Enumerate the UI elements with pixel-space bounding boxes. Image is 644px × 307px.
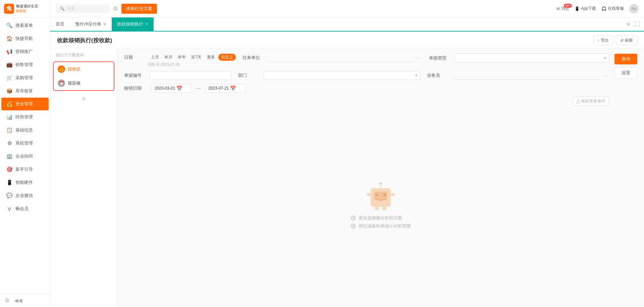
doctype-arrow: ▾ bbox=[604, 56, 606, 60]
sidebar-item-marketing[interactable]: 📢营销推广 bbox=[1, 45, 49, 58]
user-avatar[interactable]: Rit bbox=[629, 4, 639, 13]
query-option-receipt[interactable]: 💰 按收款 bbox=[54, 62, 114, 76]
hint-num-1: 1 bbox=[351, 215, 356, 221]
sidebar-icon-sales: 💼 bbox=[6, 61, 13, 68]
collapse-sidebar-icon[interactable]: ◀◀ bbox=[14, 297, 22, 304]
sidebar-item-sales[interactable]: 💼销售管理 bbox=[1, 58, 49, 71]
sidebar-label-weixin: 企业微信 bbox=[15, 193, 33, 199]
sidebar-item-quick-nav[interactable]: 🏠快捷导航 bbox=[1, 32, 49, 45]
shortcut-last-month[interactable]: 上月 bbox=[149, 54, 161, 61]
verify-date-start-input[interactable]: 2023-03-01 📅 bbox=[152, 84, 192, 93]
docno-input[interactable] bbox=[150, 71, 231, 80]
tab-receipt[interactable]: 收款核销执行 ✕ bbox=[112, 17, 154, 32]
tab-fullscreen-btn[interactable]: ⛶ bbox=[633, 20, 641, 29]
shortcut-more[interactable]: 更多 bbox=[205, 54, 217, 61]
empty-illustration bbox=[364, 182, 397, 212]
shortcut-custom[interactable]: 自定义 bbox=[218, 54, 236, 61]
doctype-select[interactable]: ▾ bbox=[454, 54, 609, 62]
filter-dept-cell: 部门 ▾ bbox=[238, 71, 420, 80]
sidebar-label-enterprise: 企业协同 bbox=[15, 153, 33, 159]
sidebar-item-member[interactable]: V畅会员 bbox=[1, 202, 49, 215]
sidebar-label-search-menu: 搜索菜单 bbox=[15, 22, 33, 29]
sidebar-icon-search-menu: 🔍 bbox=[6, 22, 13, 29]
search-placeholder: 搜索... bbox=[67, 6, 78, 11]
main-area: 🔍 搜索... ⚙ 体验行业方案 ✉ 消息 99+ 📱 App下载 🎧 在线客服… bbox=[50, 0, 644, 307]
sidebar-label-marketing: 营销推广 bbox=[15, 49, 33, 55]
sidebar-item-basic-info[interactable]: 📋基础信息 bbox=[1, 124, 49, 137]
verify-date-start-cal-icon: 📅 bbox=[176, 86, 182, 91]
filter-action-btns: 查询 设置 bbox=[614, 54, 637, 109]
sidebar-item-enterprise[interactable]: 🏢企业协同 bbox=[1, 150, 49, 163]
sidebar-item-operations[interactable]: 📊经营管理 bbox=[1, 111, 49, 123]
sidebar-item-weixin[interactable]: 💬企业微信 bbox=[1, 189, 49, 202]
filter-row-2: 单据编号 部门 ▾ 业务员 bbox=[124, 71, 609, 80]
settings-icon[interactable]: ⚙ bbox=[5, 297, 9, 304]
sidebar-icon-purchase: 🛒 bbox=[6, 74, 13, 81]
sidebar-item-funds[interactable]: 💰资金管理 bbox=[1, 98, 49, 110]
salesperson-input[interactable] bbox=[452, 71, 600, 80]
sidebar-item-hardware[interactable]: 📱智能硬件 bbox=[1, 176, 49, 189]
settings-button[interactable]: 设置 bbox=[614, 67, 637, 79]
service-icon: 🎧 bbox=[601, 6, 606, 11]
verify-date-end-cal-icon: 📅 bbox=[230, 86, 236, 91]
tab-close-all-btn[interactable]: ✕ bbox=[625, 20, 632, 29]
shortcut-7days[interactable]: 近7天 bbox=[189, 54, 204, 61]
export-button[interactable]: ↑ 导出 bbox=[593, 36, 613, 45]
svg-rect-5 bbox=[382, 207, 386, 210]
shortcut-this-year[interactable]: 本年 bbox=[176, 54, 188, 61]
solution-button[interactable]: 体验行业方案 bbox=[121, 4, 157, 14]
topbar-search[interactable]: 🔍 搜索... bbox=[56, 4, 109, 13]
tab-receipt-close[interactable]: ✕ bbox=[145, 22, 148, 27]
online-service-btn[interactable]: 🎧 在线客服 bbox=[601, 6, 624, 11]
collapse-icon: ⋀ bbox=[577, 99, 580, 104]
search-icon: 🔍 bbox=[60, 6, 65, 11]
hint-num-2: 2 bbox=[351, 223, 356, 229]
tab-home[interactable]: 首页 bbox=[50, 17, 70, 32]
counterpart-input[interactable] bbox=[268, 54, 413, 62]
date-no-limit: 不限 至 2023-07-26 bbox=[148, 62, 236, 67]
message-icon: ✉ bbox=[556, 6, 560, 11]
query-button[interactable]: 查询 bbox=[614, 54, 637, 64]
verify-date-end-value: 2023-07-21 bbox=[208, 86, 229, 91]
sidebar-label-inventory: 库存核算 bbox=[15, 88, 33, 94]
panel-collapse-btn[interactable]: » bbox=[53, 94, 114, 103]
topbar: 🔍 搜索... ⚙ 体验行业方案 ✉ 消息 99+ 📱 App下载 🎧 在线客服… bbox=[50, 0, 644, 17]
filter-row-3: 核销日期 2023-03-01 📅 — 2023-07-21 📅 bbox=[124, 84, 609, 93]
refresh-button[interactable]: ↺ 刷新 bbox=[616, 36, 637, 45]
sidebar-item-purchase[interactable]: 🛒采购管理 bbox=[1, 71, 49, 84]
sidebar-label-system: 系统管理 bbox=[15, 140, 33, 146]
tab-prepay[interactable]: 预付冲应付单 ✕ bbox=[70, 17, 112, 32]
hint-text-1: 请先选择要分析的方案 bbox=[359, 215, 402, 221]
query-option-receivable[interactable]: ⏰ 按应收 bbox=[54, 76, 114, 90]
tab-prepay-close[interactable]: ✕ bbox=[103, 22, 106, 27]
sidebar-item-system[interactable]: ⚙系统管理 bbox=[1, 137, 49, 150]
sidebar-icon-basic-info: 📋 bbox=[6, 127, 13, 134]
query-selector-box: 💰 按收款 ⏰ 按应收 bbox=[53, 61, 114, 91]
verify-date-start-value: 2023-03-01 bbox=[155, 86, 175, 91]
collapse-more-btn[interactable]: ⋀ 收起更多条件 bbox=[573, 97, 609, 106]
topbar-right: ✉ 消息 99+ 📱 App下载 🎧 在线客服 Rit bbox=[556, 4, 639, 13]
user-name: Rit bbox=[632, 7, 636, 11]
page-title: 收款核销执行(按收款) bbox=[57, 37, 112, 44]
sidebar-item-search-menu[interactable]: 🔍搜索菜单 bbox=[1, 19, 49, 32]
filter-date-cell: 日期 上月 本月 本年 近7天 更多 自定义 不限 至 2023-07-26 bbox=[124, 54, 236, 67]
sidebar-item-inventory[interactable]: 📦库存核算 bbox=[1, 85, 49, 97]
sidebar-label-basic-info: 基础信息 bbox=[15, 127, 33, 133]
filter-row-1: 日期 上月 本月 本年 近7天 更多 自定义 不限 至 2023-07-26 bbox=[124, 54, 609, 67]
verify-date-end-input[interactable]: 2023-07-21 📅 bbox=[205, 84, 246, 93]
message-btn[interactable]: ✉ 消息 99+ bbox=[556, 6, 569, 11]
doctype-label: 单据类型 bbox=[429, 55, 452, 61]
sidebar-item-guide[interactable]: 🎯新手引导 bbox=[1, 163, 49, 176]
sidebar-label-sales: 销售管理 bbox=[15, 62, 33, 68]
dept-select[interactable]: ▾ bbox=[264, 71, 420, 80]
topbar-settings-icon[interactable]: ⚙ bbox=[113, 5, 118, 12]
online-service-label: 在线客服 bbox=[608, 6, 624, 11]
shortcut-this-month[interactable]: 本月 bbox=[162, 54, 174, 61]
app-download-btn[interactable]: 📱 App下载 bbox=[575, 6, 596, 11]
message-badge: 99+ bbox=[564, 4, 572, 8]
collapse-row: ⋀ 收起更多条件 bbox=[124, 97, 609, 106]
query-option-receipt-label: 按收款 bbox=[68, 66, 81, 72]
download-icon: 📱 bbox=[575, 6, 580, 11]
sidebar-label-funds: 资金管理 bbox=[15, 101, 33, 107]
logo-icon: 兔 bbox=[4, 4, 14, 14]
